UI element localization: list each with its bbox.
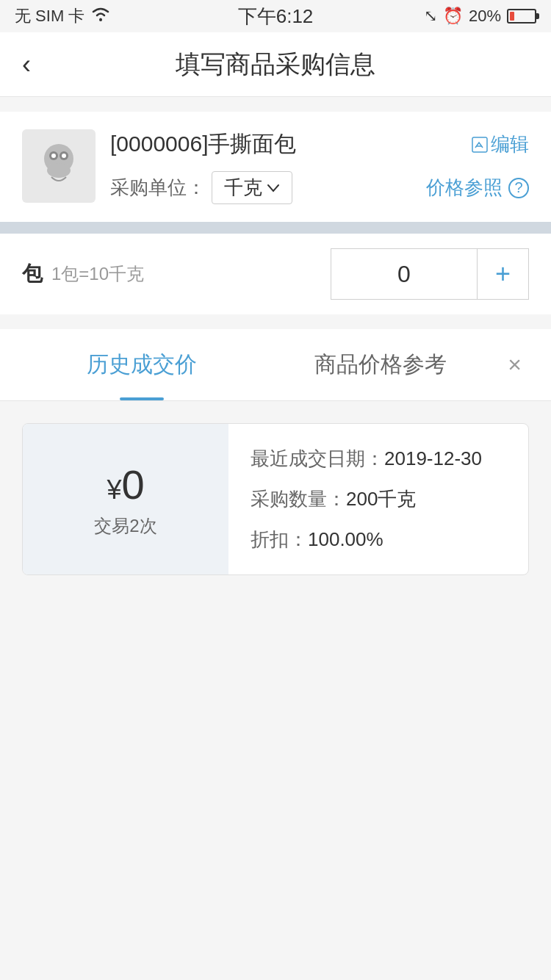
recent-date-row: 最近成交日期：2019-12-30 xyxy=(251,446,506,472)
product-name: [0000006]手撕面包 xyxy=(110,129,296,159)
wifi-icon xyxy=(90,6,111,26)
quantity-row: 包 1包=10千克 0 + xyxy=(0,234,551,314)
info-icon: ? xyxy=(508,178,529,198)
unit-left: 采购单位： 千克 xyxy=(110,171,292,204)
svg-rect-7 xyxy=(472,137,487,152)
svg-point-4 xyxy=(51,154,56,158)
svg-point-5 xyxy=(62,154,66,158)
status-bar: 无 SIM 卡 下午6:12 ⤡ ⏰ 20% xyxy=(0,0,551,32)
page-title: 填写商品采购信息 xyxy=(176,48,375,82)
product-header: [0000006]手撕面包 编辑 xyxy=(110,129,529,159)
back-button[interactable]: ‹ xyxy=(22,49,31,80)
tab-close-button[interactable]: × xyxy=(500,344,529,386)
history-card: ¥0 交易2次 最近成交日期：2019-12-30 采购数量：200千克 折扣：… xyxy=(22,423,529,575)
purchase-qty-row: 采购数量：200千克 xyxy=(251,486,506,512)
unit-convert: 1包=10千克 xyxy=(51,262,144,286)
alarm-icon: ⏰ xyxy=(443,7,463,26)
edit-icon xyxy=(472,137,488,153)
unit-info: 包 1包=10千克 xyxy=(22,260,144,288)
unit-badge: 包 xyxy=(22,260,43,288)
tabs-container: 历史成交价 商品价格参考 × xyxy=(0,329,551,401)
quantity-controls: 0 + xyxy=(331,248,529,300)
tab-price-reference[interactable]: 商品价格参考 xyxy=(262,329,501,400)
discount-row: 折扣：100.00% xyxy=(251,527,506,552)
price-ref-button[interactable]: 价格参照 ? xyxy=(426,175,529,201)
unit-dropdown[interactable]: 千克 xyxy=(212,171,292,204)
section-divider xyxy=(0,222,551,234)
product-info: [0000006]手撕面包 编辑 采购单位： 千克 xyxy=(110,129,529,204)
battery-icon xyxy=(507,9,536,24)
quantity-input[interactable]: 0 xyxy=(331,248,478,300)
history-section: ¥0 交易2次 最近成交日期：2019-12-30 采购数量：200千克 折扣：… xyxy=(0,401,551,842)
carrier-text: 无 SIM 卡 xyxy=(15,5,84,27)
chevron-down-icon xyxy=(267,184,280,192)
purchase-unit-label: 采购单位： xyxy=(110,175,206,201)
location-icon: ⤡ xyxy=(424,7,437,26)
price-display: ¥0 xyxy=(107,461,144,508)
history-card-left: ¥0 交易2次 xyxy=(23,424,228,574)
edit-button[interactable]: 编辑 xyxy=(472,131,529,157)
nav-bar: ‹ 填写商品采购信息 xyxy=(0,32,551,97)
status-left: 无 SIM 卡 xyxy=(15,5,111,27)
battery-percent: 20% xyxy=(469,7,501,26)
purchase-unit-row: 采购单位： 千克 价格参照 ? xyxy=(110,171,529,204)
history-card-right: 最近成交日期：2019-12-30 采购数量：200千克 折扣：100.00% xyxy=(228,424,528,574)
svg-point-0 xyxy=(99,18,102,21)
quantity-plus-button[interactable]: + xyxy=(478,248,529,300)
product-card: [0000006]手撕面包 编辑 采购单位： 千克 xyxy=(0,112,551,222)
trade-count: 交易2次 xyxy=(94,514,156,538)
status-right: ⤡ ⏰ 20% xyxy=(424,7,536,26)
product-thumbnail xyxy=(22,129,96,203)
svg-point-6 xyxy=(47,163,71,178)
tab-history-price[interactable]: 历史成交价 xyxy=(22,329,262,400)
status-time: 下午6:12 xyxy=(238,4,314,29)
product-image-icon xyxy=(29,137,88,195)
